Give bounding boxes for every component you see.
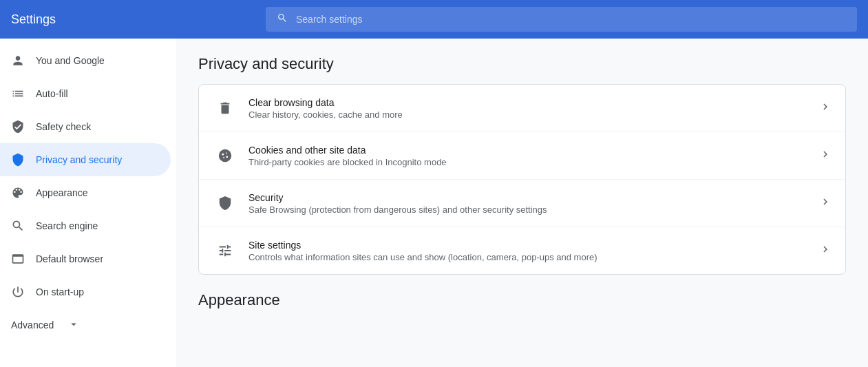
appearance-section-title: Appearance — [198, 291, 846, 309]
power-icon — [11, 285, 25, 299]
sidebar-item-search-engine[interactable]: Search engine — [0, 209, 171, 242]
card-item-cookies[interactable]: Cookies and other site data Third-party … — [199, 132, 845, 180]
sidebar-item-label: Safety check — [36, 121, 91, 132]
svg-point-3 — [226, 156, 228, 158]
chevron-down-icon — [67, 318, 80, 333]
chevron-right-icon-2 — [819, 148, 832, 163]
site-settings-subtitle: Controls what information sites can use … — [248, 252, 808, 262]
security-text: Security Safe Browsing (protection from … — [248, 192, 808, 215]
clear-browsing-data-text: Clear browsing data Clear history, cooki… — [248, 97, 808, 120]
search-engine-icon — [11, 219, 25, 233]
app-title: Settings — [11, 12, 266, 27]
sidebar-item-label: On start-up — [36, 286, 84, 297]
sidebar-item-label: Auto-fill — [36, 88, 68, 99]
sidebar-item-appearance[interactable]: Appearance — [0, 176, 171, 209]
sidebar-item-label: Search engine — [36, 220, 98, 231]
privacy-section-title: Privacy and security — [198, 55, 846, 73]
security-subtitle: Safe Browsing (protection from dangerous… — [248, 205, 808, 215]
clear-browsing-data-title: Clear browsing data — [248, 97, 808, 108]
svg-point-2 — [226, 152, 227, 154]
chevron-right-icon — [819, 101, 832, 116]
svg-point-0 — [219, 149, 231, 162]
person-icon — [11, 54, 25, 67]
advanced-label: Advanced — [11, 319, 54, 331]
cookies-text: Cookies and other site data Third-party … — [248, 145, 808, 167]
palette-icon — [11, 186, 25, 200]
advanced-section[interactable]: Advanced — [0, 308, 176, 342]
search-input[interactable] — [296, 14, 846, 25]
sidebar-item-label: You and Google — [36, 55, 105, 66]
chevron-right-icon-4 — [819, 243, 832, 258]
body: You and Google Auto-fill Safety check — [0, 39, 868, 367]
sidebar-item-default-browser[interactable]: Default browser — [0, 242, 171, 275]
site-settings-text: Site settings Controls what information … — [248, 240, 808, 262]
trash-icon — [213, 96, 237, 120]
sidebar: You and Google Auto-fill Safety check — [0, 39, 176, 367]
sidebar-item-label: Default browser — [36, 253, 103, 264]
list-icon — [11, 87, 25, 101]
privacy-card: Clear browsing data Clear history, cooki… — [198, 84, 846, 275]
sidebar-item-on-startup[interactable]: On start-up — [0, 275, 171, 308]
search-bar[interactable] — [266, 7, 857, 32]
cookie-icon — [213, 143, 237, 168]
sidebar-item-auto-fill[interactable]: Auto-fill — [0, 77, 171, 110]
card-item-clear-browsing-data[interactable]: Clear browsing data Clear history, cooki… — [199, 85, 845, 132]
browser-icon — [11, 252, 25, 266]
chevron-right-icon-3 — [819, 196, 832, 211]
card-item-security[interactable]: Security Safe Browsing (protection from … — [199, 180, 845, 227]
sidebar-item-privacy-and-security[interactable]: Privacy and security — [0, 143, 171, 176]
shield-icon — [213, 191, 237, 216]
sidebar-item-you-and-google[interactable]: You and Google — [0, 44, 171, 77]
main-content: Privacy and security Clear browsing data… — [176, 39, 868, 367]
security-title: Security — [248, 192, 808, 203]
search-icon — [277, 12, 288, 26]
svg-point-4 — [223, 157, 224, 158]
clear-browsing-data-subtitle: Clear history, cookies, cache and more — [248, 109, 808, 120]
card-item-site-settings[interactable]: Site settings Controls what information … — [199, 227, 845, 274]
sliders-icon — [213, 238, 237, 263]
sidebar-item-label: Appearance — [36, 187, 88, 198]
sidebar-item-label: Privacy and security — [36, 154, 122, 165]
svg-point-1 — [222, 154, 224, 156]
shield-check-icon — [11, 120, 25, 134]
cookies-subtitle: Third-party cookies are blocked in Incog… — [248, 157, 808, 167]
header: Settings — [0, 0, 868, 39]
site-settings-title: Site settings — [248, 240, 808, 251]
sidebar-item-safety-check[interactable]: Safety check — [0, 110, 171, 143]
shield-blue-icon — [11, 153, 25, 167]
cookies-title: Cookies and other site data — [248, 145, 808, 156]
